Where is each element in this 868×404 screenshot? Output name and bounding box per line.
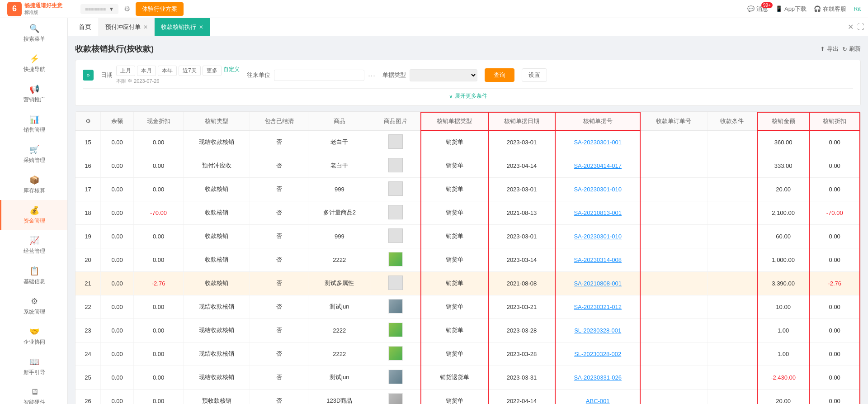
workspace-selector[interactable]: ■■■■■■■ ▼ (80, 4, 118, 14)
cell-verify-bill-no[interactable]: SA-20230301-010 (555, 177, 640, 201)
refresh-btn[interactable]: ↻ 刷新 (842, 45, 861, 53)
sidebar-item-purchase[interactable]: 🛒 采购管理 (0, 139, 67, 170)
cell-verify-date: 2022-04-14 (488, 389, 556, 404)
cell-verify-bill-type: 销货单 (421, 318, 488, 342)
tab-receipt-verify[interactable]: 收款核销执行 ✕ (155, 18, 210, 36)
cell-verify-bill-no[interactable]: SA-20210808-001 (555, 271, 640, 295)
cell-receipt-condition (707, 177, 757, 201)
sidebar-item-collab[interactable]: 🤝 企业协同 (0, 321, 67, 352)
cell-verify-bill-no[interactable]: SA-20230314-008 (555, 248, 640, 271)
cell-verify-bill-no[interactable]: SA-20230321-012 (555, 295, 640, 318)
expand-more-btn[interactable]: ∨ 展开更多条件 (83, 88, 853, 100)
sidebar-item-operations[interactable]: 📈 经营管理 (0, 230, 67, 261)
tab-close-btn[interactable]: ✕ (848, 23, 854, 31)
cell-verify-bill-no[interactable]: ABC-001 (555, 389, 640, 404)
col-verify-discount: 核销折扣 (809, 112, 860, 130)
cell-verify-bill-no[interactable]: SA-20230331-026 (555, 366, 640, 389)
cell-product-image (371, 177, 421, 201)
export-btn[interactable]: ⬆ 导出 (820, 45, 839, 53)
cell-verify-type: 现结收款核销 (184, 295, 250, 318)
cell-include-settled: 否 (250, 177, 308, 201)
cell-product-image (371, 366, 421, 389)
sidebar-item-search[interactable]: 🔍 搜索菜单 (0, 18, 67, 48)
sidebar-item-sales[interactable]: 📊 销售管理 (0, 109, 67, 139)
cell-receipt-order-no (640, 366, 707, 389)
tab-close-prepayment[interactable]: ✕ (143, 24, 148, 30)
cell-verify-bill-type: 销货单 (421, 177, 488, 201)
cell-verify-type: 收款核销 (184, 201, 250, 224)
cell-product-image (371, 318, 421, 342)
date-btn-this-year[interactable]: 本年 (158, 66, 177, 76)
cell-verify-bill-no[interactable]: SA-20210813-001 (555, 201, 640, 224)
col-verify-bill-no: 核销单据号 (555, 112, 640, 130)
cell-verify-bill-no[interactable]: SA-20230301-001 (555, 130, 640, 154)
date-btn-more[interactable]: 更多 (203, 66, 222, 76)
bill-type-select[interactable] (410, 69, 477, 81)
system-icon: ⚙ (31, 296, 38, 306)
filter-row: » 日期 上月 本月 本年 近7天 更多 自定义 (83, 66, 853, 85)
sidebar-item-inventory[interactable]: 📦 库存核算 (0, 170, 67, 200)
cell-verify-bill-no[interactable]: SL-20230328-001 (555, 318, 640, 342)
cell-receipt-order-no (640, 295, 707, 318)
cell-verify-date: 2021-08-08 (488, 271, 556, 295)
sidebar-item-basic-info[interactable]: 📋 基础信息 (0, 261, 67, 291)
col-verify-bill-type: 核销单据类型 (421, 112, 488, 130)
sidebar-item-hardware[interactable]: 🖥 智能硬件 (0, 382, 67, 404)
cell-verify-bill-no[interactable]: SA-20230414-017 (555, 154, 640, 177)
cell-product: 123D商品 (308, 389, 371, 404)
sidebar-item-marketing[interactable]: 📢 营销推广 (0, 79, 67, 109)
trading-unit-input[interactable] (274, 70, 364, 81)
cell-balance: 0.00 (101, 295, 134, 318)
cell-id: 23 (75, 318, 101, 342)
cell-verify-date: 2023-03-28 (488, 342, 556, 366)
cell-verify-amount: -2,430.00 (757, 366, 810, 389)
table-row: 17 0.00 0.00 收款核销 否 999 销货单 2023-03-01 S… (75, 177, 860, 201)
query-btn[interactable]: 查询 (485, 68, 514, 82)
app-download-btn[interactable]: 📱 App下载 (775, 5, 807, 13)
tab-expand-btn[interactable]: ⛶ (857, 23, 864, 31)
notification-btn[interactable]: 💬 消息 99+ (747, 5, 768, 13)
cell-cash-discount: 0.00 (134, 248, 184, 271)
tab-home[interactable]: 首页 (71, 18, 99, 36)
date-btn-7days[interactable]: 近7天 (179, 66, 201, 76)
cell-verify-discount: -2.76 (809, 271, 860, 295)
online-service-btn[interactable]: 🎧 在线客服 (814, 5, 846, 13)
cell-cash-discount: -70.00 (134, 201, 184, 224)
cell-product: 测试jun (308, 366, 371, 389)
cell-verify-bill-no[interactable]: SA-20230301-010 (555, 224, 640, 248)
sidebar-item-system[interactable]: ⚙ 系统管理 (0, 291, 67, 321)
cell-id: 19 (75, 224, 101, 248)
cell-receipt-condition (707, 248, 757, 271)
date-btns: 上月 本月 本年 近7天 更多 自定义 (116, 66, 240, 76)
date-range: 不限 至 2023-07-26 (116, 78, 240, 85)
col-product: 商品 (308, 112, 371, 130)
date-filter-group: 日期 上月 本月 本年 近7天 更多 自定义 不限 至 2023-07-26 (101, 66, 240, 85)
sidebar-item-finance[interactable]: 💰 资金管理 (0, 200, 67, 230)
industry-btn[interactable]: 体验行业方案 (136, 2, 184, 16)
col-product-image: 商品图片 (371, 112, 421, 130)
cell-verify-bill-type: 销货退货单 (421, 366, 488, 389)
date-btn-this-month[interactable]: 本月 (137, 66, 156, 76)
cell-receipt-condition (707, 130, 757, 154)
logo-text: 畅捷通谱好生意 标准版 (24, 2, 62, 16)
filter-expand-btn[interactable]: » (83, 70, 94, 81)
date-btn-last-month[interactable]: 上月 (116, 66, 135, 76)
date-custom[interactable]: 自定义 (223, 66, 240, 76)
cell-receipt-condition (707, 154, 757, 177)
col-balance: 余额 (101, 112, 134, 130)
user-name[interactable]: Rit (854, 5, 861, 12)
sales-icon: 📊 (29, 114, 39, 124)
cell-balance: 0.00 (101, 201, 134, 224)
col-settings[interactable]: ⚙ (75, 112, 101, 130)
cell-verify-bill-no[interactable]: SL-20230328-002 (555, 342, 640, 366)
sidebar-item-guide[interactable]: 📖 新手引导 (0, 352, 67, 382)
sidebar-item-shortcut[interactable]: ⚡ 快捷导航 (0, 48, 67, 79)
settings-btn[interactable]: 设置 (522, 68, 547, 82)
cell-id: 20 (75, 248, 101, 271)
tab-prepayment[interactable]: 预付冲应付单 ✕ (99, 18, 155, 36)
gear-button[interactable]: ⚙ (124, 5, 130, 13)
cell-verify-amount: 2,100.00 (757, 201, 810, 224)
cell-id: 26 (75, 389, 101, 404)
tab-close-receipt-verify[interactable]: ✕ (199, 24, 203, 30)
cell-product: 999 (308, 177, 371, 201)
